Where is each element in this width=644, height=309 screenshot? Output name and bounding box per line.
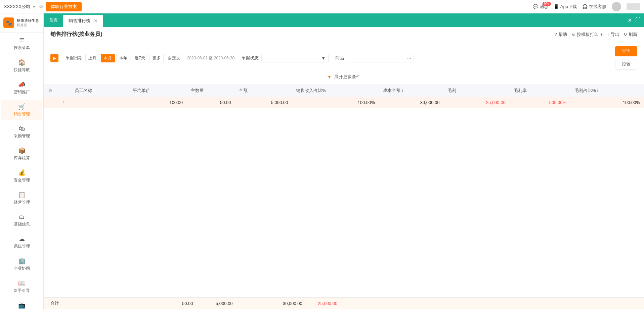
filter-expand-btn[interactable]: ▶ xyxy=(50,54,58,62)
tab-fullscreen-icon[interactable]: ⛶ xyxy=(635,17,641,23)
table-area: ⚙ 员工名称 平均单价 主数量 全额 销售收入占比% 成本全额 ℹ xyxy=(44,84,644,297)
company-name: XXXXXX公司 xyxy=(4,4,30,10)
export-btn[interactable]: ↑ 导出 xyxy=(607,32,620,38)
table-row: 1 100.00 50.00 5,000.00 100.00% 30,000.0… xyxy=(44,97,644,108)
col-gross-pct: 毛利占比% ℹ xyxy=(570,84,644,97)
sidebar-item-label: 销售管理 xyxy=(14,111,30,117)
sidebar: 🐾 畅康通好生意 标准版 ☰ 搜索菜单 🏠 快捷导航 📣 营销推广 🛒 销售管理… xyxy=(0,13,44,309)
row-gross-pct: 100.00% xyxy=(570,97,644,108)
date-options: 上月 本月 本年 近7天 更多 自定义 xyxy=(85,54,183,62)
cost-info-icon[interactable]: ℹ xyxy=(401,88,403,93)
purchase-icon: 🛍 xyxy=(19,125,25,132)
goods-select[interactable]: ··· xyxy=(347,54,414,62)
basic-info-icon: 🗂 xyxy=(19,213,25,220)
help-btn[interactable]: ? 帮助 xyxy=(554,32,567,38)
row-avg-price: 100.00 xyxy=(129,97,187,108)
message-btn[interactable]: 💬 消息 99+ xyxy=(533,4,548,10)
row-amount: 5,000.00 xyxy=(235,97,292,108)
company-dropdown-icon[interactable]: ▼ xyxy=(32,5,36,9)
print-btn[interactable]: 🖨 按模板打印 ▼ xyxy=(571,32,603,38)
trial-btn[interactable]: 体验行业方案 xyxy=(46,2,82,11)
col-gross: 毛利 xyxy=(443,84,509,97)
sidebar-item-enterprise[interactable]: 🏢 企业协同 xyxy=(1,254,42,275)
topbar-settings-icon[interactable]: ⚙ xyxy=(39,3,43,10)
page-title: 销售排行榜(按业务员) xyxy=(50,31,102,38)
status-select[interactable]: ▼ xyxy=(261,54,329,62)
tab-sales-ranking[interactable]: 销售排行榜 ✕ xyxy=(63,15,103,27)
user-avatar[interactable] xyxy=(612,2,621,11)
page-header-actions: ? 帮助 🖨 按模板打印 ▼ ↑ 导出 ↻ 刷新 xyxy=(554,32,637,38)
row-expand[interactable] xyxy=(44,97,57,108)
message-badge: 99+ xyxy=(543,2,551,6)
sidebar-item-guide[interactable]: 📖 新手引导 xyxy=(1,276,42,297)
app-download-btn[interactable]: 📱 App下载 xyxy=(554,4,577,10)
sidebar-item-basic-info[interactable]: 🗂 基础信息 xyxy=(1,210,42,230)
expand-more-label: 展开更多条件 xyxy=(334,74,360,80)
expand-down-icon: ▼ xyxy=(327,74,332,80)
col-rank xyxy=(57,84,71,97)
sidebar-item-label: 基础信息 xyxy=(14,221,30,227)
sidebar-item-label: 企业协同 xyxy=(14,266,30,271)
sidebar-item-purchase[interactable]: 🛍 采购管理 xyxy=(1,122,42,142)
page-content: 销售排行榜(按业务员) ? 帮助 🖨 按模板打印 ▼ ↑ 导出 xyxy=(44,27,644,309)
sidebar-item-finance[interactable]: 💰 资金管理 xyxy=(1,166,42,187)
tab-close-icon[interactable]: ✕ xyxy=(94,18,98,23)
query-btn[interactable]: 查询 xyxy=(615,46,637,56)
gross-pct-info-icon[interactable]: ℹ xyxy=(597,88,599,93)
search-order-icon: ☰ xyxy=(19,37,25,44)
row-main-qty: 50.00 xyxy=(187,97,235,108)
finance-icon: 💰 xyxy=(18,169,26,176)
goods-filter-label: 商品 xyxy=(335,55,344,61)
company-selector[interactable]: XXXXXX公司 ▼ xyxy=(4,4,36,10)
row-employee-name xyxy=(71,97,129,108)
sidebar-item-inventory[interactable]: 📦 库存核算 xyxy=(1,144,42,164)
col-employee-name: 员工名称 xyxy=(71,84,129,97)
footer-gross: -25,000.00 xyxy=(312,301,346,306)
system-icon: ☁ xyxy=(19,235,25,243)
settings-btn[interactable]: 设置 xyxy=(615,59,637,70)
sidebar-item-marketing[interactable]: 📣 营销推广 xyxy=(1,78,42,98)
footer-empty-1 xyxy=(77,301,111,306)
sidebar-item-quick-nav[interactable]: 🏠 快捷导航 xyxy=(1,55,42,76)
filter-date-item: 单据日期 上月 本月 本年 近7天 更多 自定义 2023-06-01 至 20… xyxy=(65,54,234,62)
filter-area: ▶ 单据日期 上月 本月 本年 近7天 更多 自定义 2023-06-01 至 … xyxy=(44,42,644,84)
marketing-icon: 📣 xyxy=(18,81,26,88)
table-footer: 合计 50.00 5,000.00 30,000.00 -25,000.00 xyxy=(44,297,644,309)
tab-close-all-icon[interactable]: ✕ xyxy=(628,17,632,23)
online-service-btn[interactable]: 🎧 在线客服 xyxy=(582,4,606,10)
row-cost: 30,000.00 xyxy=(379,97,444,108)
sidebar-item-label: 采购管理 xyxy=(14,133,30,139)
date-year-btn[interactable]: 本年 xyxy=(116,54,130,62)
refresh-btn[interactable]: ↻ 刷新 xyxy=(624,32,637,38)
message-icon: 💬 xyxy=(533,4,538,9)
date-custom-btn[interactable]: 自定义 xyxy=(165,54,183,62)
sidebar-item-label: 营销推广 xyxy=(14,89,30,95)
user-name[interactable] xyxy=(627,3,640,10)
sidebar-item-operations[interactable]: 📋 经营管理 xyxy=(1,188,42,209)
expand-more-btn[interactable]: ▼ 展开更多条件 xyxy=(327,74,360,80)
footer-empty-3 xyxy=(144,301,178,306)
sidebar-item-system[interactable]: ☁ 系统管理 xyxy=(1,232,42,253)
col-settings: ⚙ xyxy=(44,84,57,97)
col-settings-icon[interactable]: ⚙ xyxy=(48,88,52,93)
tab-home[interactable]: 首页 xyxy=(44,13,63,27)
col-main-qty: 主数量 xyxy=(187,84,235,97)
tab-home-label: 首页 xyxy=(49,17,58,23)
date-prev-month-btn[interactable]: 上月 xyxy=(85,54,99,62)
date-curr-month-btn[interactable]: 本月 xyxy=(101,54,115,62)
footer-cost: 30,000.00 xyxy=(279,301,312,306)
sidebar-item-sales[interactable]: 🛒 销售管理 xyxy=(1,100,42,120)
date-more-btn[interactable]: 更多 xyxy=(149,54,164,62)
sidebar-item-label: 快捷导航 xyxy=(14,67,30,73)
footer-label: 合计 xyxy=(50,300,77,306)
logo-text: 畅康通好生意 xyxy=(17,18,39,23)
table-wrap: ⚙ 员工名称 平均单价 主数量 全额 销售收入占比% 成本全额 ℹ xyxy=(44,84,644,108)
filter-row-1: ▶ 单据日期 上月 本月 本年 近7天 更多 自定义 2023-06-01 至 … xyxy=(50,46,637,70)
sidebar-item-search-order[interactable]: ☰ 搜索菜单 xyxy=(1,33,42,54)
col-amount: 全额 xyxy=(235,84,292,97)
row-gross-rate: -500.00% xyxy=(510,97,570,108)
sidebar-logo: 🐾 畅康通好生意 标准版 xyxy=(0,13,43,33)
print-dropdown-icon: ▼ xyxy=(600,33,603,36)
sidebar-item-app-center[interactable]: 📺 应用中心 xyxy=(1,298,42,309)
date-7days-btn[interactable]: 近7天 xyxy=(132,54,148,62)
